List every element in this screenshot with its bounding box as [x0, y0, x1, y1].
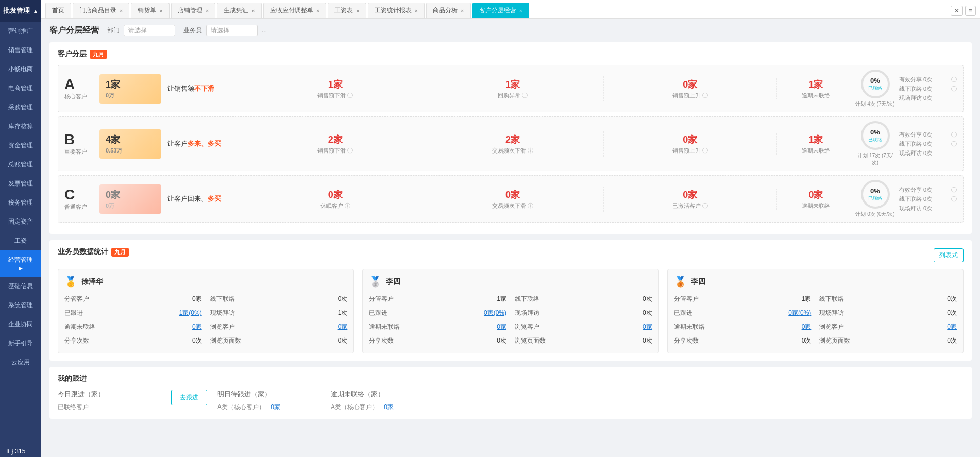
- tab-home[interactable]: 首页: [45, 3, 71, 18]
- staff-3-stat-visit: 现场拜访 0次: [819, 307, 957, 319]
- tab-goods-close[interactable]: ×: [461, 8, 464, 14]
- tab-store[interactable]: 店铺管理 ×: [171, 3, 215, 18]
- tier-a-stat-2-info-icon[interactable]: ⓘ: [522, 92, 528, 99]
- tier-b-right-offline-info-icon[interactable]: ⓘ: [951, 140, 957, 148]
- tier-c-right-share-info-icon[interactable]: ⓘ: [951, 186, 957, 194]
- sidebar-item-dianshang[interactable]: 电商管理: [0, 79, 41, 98]
- staff-2-stat-overdue-val[interactable]: 0家: [497, 323, 506, 331]
- tier-c-stat-1-info-icon[interactable]: ⓘ: [345, 202, 350, 210]
- tier-c-name: 普通客户: [64, 203, 95, 211]
- staff-1-stat-pages-val: 0次: [338, 336, 348, 345]
- sidebar-item-yun[interactable]: 云应用: [0, 353, 41, 372]
- list-view-button[interactable]: 列表式: [934, 248, 964, 262]
- tab-wage-label: 工资表: [334, 6, 353, 15]
- goto-follow-block: 去跟进: [171, 390, 207, 405]
- sidebar-item-gongzi[interactable]: 工资: [0, 231, 41, 250]
- tier-row-b: B 重要客户 4家 0.53万 让客户多来、多买 2家 销售: [58, 116, 964, 171]
- sidebar-item-shuiwu[interactable]: 税务管理: [0, 193, 41, 212]
- tier-a-circle: 0% 已联络 计划 4次 (7天/次): [849, 70, 895, 108]
- tier-c-stat-3-label: 已激活客户 ⓘ: [608, 202, 772, 210]
- sidebar-item-xiaodian[interactable]: 小畅电商: [0, 60, 41, 79]
- tab-voucher-close[interactable]: ×: [251, 8, 255, 14]
- tier-c-stat-2-info-icon[interactable]: ⓘ: [528, 202, 533, 210]
- tier-a-right-share-info-icon[interactable]: ⓘ: [951, 76, 957, 83]
- dept-select[interactable]: 请选择: [124, 25, 175, 36]
- tab-wagestats-close[interactable]: ×: [415, 8, 418, 14]
- sidebar-header-label: 批发管理: [3, 6, 30, 15]
- tier-a-stat-3-info-icon[interactable]: ⓘ: [702, 92, 708, 99]
- tab-wage[interactable]: 工资表 ×: [328, 3, 366, 18]
- sidebar-item-label: 电商管理: [2, 84, 39, 93]
- tab-menu-button[interactable]: ≡: [965, 6, 976, 16]
- staff-1-stat-visit-val: 1次: [338, 309, 348, 317]
- tab-store-close[interactable]: ×: [206, 8, 209, 14]
- staff-2-stat-overdue: 逾期未联络 0家: [369, 321, 506, 333]
- sidebar-item-gudingzichan[interactable]: 固定资产: [0, 212, 41, 231]
- sidebar-item-caigou[interactable]: 采购管理: [0, 98, 41, 117]
- staff-3-stat-browse-val[interactable]: 0家: [947, 323, 957, 331]
- tab-sales-close[interactable]: ×: [159, 8, 162, 14]
- staff-2-stat-browse: 浏览客户 0家: [515, 321, 652, 333]
- tier-a-circle-ring: 0% 已联络: [861, 70, 890, 98]
- tier-a-right-offline-info-icon[interactable]: ⓘ: [951, 85, 957, 93]
- sidebar-item-xitong[interactable]: 系统管理: [0, 296, 41, 315]
- tab-customer[interactable]: 客户分层经营 ×: [472, 3, 529, 18]
- sidebar-item-zijin[interactable]: 资金管理: [0, 136, 41, 155]
- tier-row-a: A 核心客户 1家 0万 让销售额不下滑 1家 销售额下滑: [58, 65, 964, 112]
- staff-3-stat-followed-val[interactable]: 0家(0%): [788, 309, 811, 317]
- today-follow-title: 今日跟进（家）: [58, 390, 161, 399]
- sidebar-item-fapiao[interactable]: 发票管理: [0, 174, 41, 193]
- goto-follow-button[interactable]: 去跟进: [171, 390, 207, 405]
- tier-a-stat-1-info-icon[interactable]: ⓘ: [347, 92, 353, 99]
- filter-dots[interactable]: ...: [262, 27, 267, 34]
- tab-receivable-close[interactable]: ×: [316, 8, 319, 14]
- tab-customer-close[interactable]: ×: [519, 8, 522, 14]
- tab-wagestats[interactable]: 工资统计报表 ×: [368, 3, 425, 18]
- sidebar-item-yingxiao[interactable]: 营销推广: [0, 22, 41, 41]
- staff-2-stat-followed-val[interactable]: 0家(0%): [484, 309, 506, 317]
- sidebar-item-xiaoshou[interactable]: 销售管理: [0, 41, 41, 60]
- tier-b-stat-3-info-icon[interactable]: ⓘ: [702, 147, 708, 155]
- tab-product[interactable]: 门店商品目录 ×: [73, 3, 129, 18]
- tab-wage-close[interactable]: ×: [356, 8, 359, 14]
- tab-goods[interactable]: 商品分析 ×: [426, 3, 470, 18]
- tab-voucher[interactable]: 生成凭证 ×: [217, 3, 261, 18]
- staff-1-stat-overdue-val[interactable]: 0家: [192, 323, 202, 331]
- sidebar-item-xinshou[interactable]: 新手引导: [0, 334, 41, 353]
- tier-c-stat-1: 0家 休眠客户 ⓘ: [249, 187, 421, 212]
- tab-wagestats-label: 工资统计报表: [375, 6, 412, 15]
- staff-1-stat-followed-val[interactable]: 1家(0%): [179, 309, 202, 317]
- tier-b-circle-text: 已联络: [868, 137, 882, 143]
- staff-2-stat-browse-val[interactable]: 0家: [643, 323, 652, 331]
- sidebar-item-jichu[interactable]: 基础信息: [0, 277, 41, 296]
- tier-a-contact: 1家 逾期未联络: [776, 78, 849, 99]
- staff-1-stat-browse-val[interactable]: 0家: [338, 323, 348, 331]
- tier-b-stat-1-info-icon[interactable]: ⓘ: [347, 147, 353, 155]
- sidebar-item-label: 新手引导: [2, 339, 39, 348]
- follow-section-title: 我的跟进: [58, 374, 964, 383]
- staff-3-stat-overdue-val[interactable]: 0家: [802, 323, 812, 331]
- tab-close-all-button[interactable]: ✕: [951, 6, 963, 16]
- salesman-select[interactable]: 请选择: [206, 25, 258, 36]
- tier-a-count-block: 1家 0万: [99, 74, 161, 104]
- sidebar-item-jingying[interactable]: 经营管理 ▶: [0, 250, 41, 277]
- sidebar-item-qiye[interactable]: 企业协同: [0, 315, 41, 334]
- tier-b-stat-2-info-icon[interactable]: ⓘ: [528, 147, 533, 155]
- staff-1-stat-browse: 浏览客户 0家: [210, 321, 348, 333]
- tier-a-circle-sub: 计划 4次 (7天/次): [855, 100, 894, 108]
- tier-a-right-stats: 有效分享 0次 ⓘ 线下联络 0次 ⓘ 现场拜访 0次: [895, 76, 957, 102]
- tab-home-label: 首页: [52, 6, 64, 15]
- tab-receivable[interactable]: 应收应付调整单 ×: [263, 3, 326, 18]
- tier-c-stat-3-info-icon[interactable]: ⓘ: [702, 202, 708, 210]
- tier-c-right-offline-info-icon[interactable]: ⓘ: [951, 195, 957, 203]
- tier-a-circle-text: 已联络: [868, 85, 882, 92]
- staff-1-name: 徐泽华: [81, 277, 103, 286]
- tab-sales[interactable]: 销货单 ×: [131, 3, 169, 18]
- staff-3-stat-offline: 线下联络 0次: [819, 293, 957, 305]
- tab-product-close[interactable]: ×: [120, 8, 123, 14]
- sidebar-item-zongzhang[interactable]: 总账管理: [0, 155, 41, 174]
- tier-b-right-share-info-icon[interactable]: ⓘ: [951, 131, 957, 139]
- sidebar-header[interactable]: 批发管理 ▲: [0, 0, 41, 22]
- sidebar-item-kucun[interactable]: 库存核算: [0, 117, 41, 136]
- tier-a-stat-1-count: 1家: [253, 78, 417, 91]
